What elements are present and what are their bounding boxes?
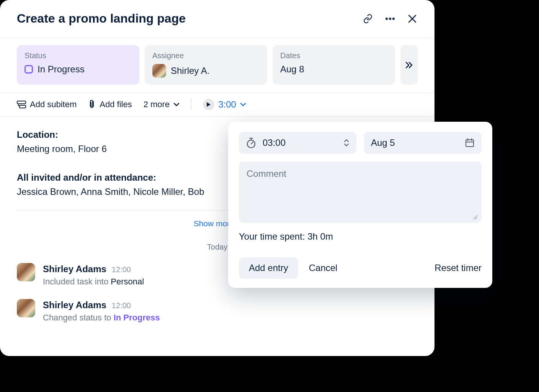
add-entry-button[interactable]: Add entry — [239, 257, 298, 279]
assignee-field[interactable]: Assignee Shirley A. — [145, 45, 267, 85]
activity-user: Shirley Adams — [43, 264, 106, 274]
add-files-label: Add files — [100, 100, 132, 109]
status-color-icon — [24, 65, 33, 74]
svg-rect-12 — [466, 140, 474, 147]
popover-actions: Add entry Cancel Reset timer — [239, 257, 482, 279]
assignee-label: Assignee — [152, 51, 260, 60]
status-label: Status — [24, 51, 132, 60]
avatar — [152, 64, 166, 78]
resize-handle-icon[interactable] — [472, 214, 478, 220]
add-subitem-button[interactable]: Add subitem — [17, 100, 77, 109]
more-icon[interactable] — [385, 13, 395, 24]
activity-text: Included task into Personal — [43, 277, 144, 287]
timer-value[interactable]: 3:00 — [218, 99, 236, 110]
time-spent-summary: Your time spent: 3h 0m — [239, 231, 482, 242]
svg-rect-6 — [20, 105, 26, 108]
close-icon[interactable] — [407, 13, 418, 24]
header-actions — [363, 13, 418, 24]
today-label: Today — [207, 243, 227, 252]
dates-value: Aug 8 — [280, 64, 304, 75]
comment-input[interactable]: Comment — [239, 162, 482, 223]
add-subitem-label: Add subitem — [30, 100, 77, 109]
dates-field[interactable]: Dates Aug 8 — [273, 45, 395, 85]
avatar — [17, 263, 35, 281]
date-value: Aug 5 — [371, 137, 395, 148]
expand-fields-button[interactable] — [400, 45, 418, 85]
more-actions-button[interactable]: 2 more — [144, 100, 180, 109]
task-header: Create a promo landing page — [0, 0, 434, 37]
reset-timer-button[interactable]: Reset timer — [434, 263, 482, 273]
svg-point-1 — [389, 18, 391, 20]
dates-label: Dates — [280, 51, 387, 60]
svg-point-0 — [385, 18, 388, 20]
svg-marker-7 — [207, 102, 211, 107]
date-input[interactable]: Aug 5 — [364, 132, 482, 154]
duration-input[interactable]: 03:00 — [239, 132, 356, 154]
add-files-button[interactable]: Add files — [88, 100, 132, 109]
status-value: In Progress — [38, 64, 85, 75]
duration-value: 03:00 — [263, 137, 286, 148]
link-icon[interactable] — [363, 13, 373, 24]
activity-user: Shirley Adams — [43, 300, 106, 310]
avatar — [17, 299, 35, 317]
cancel-button[interactable]: Cancel — [309, 263, 338, 273]
activity-time: 12:00 — [112, 301, 131, 310]
comment-placeholder: Comment — [247, 168, 474, 179]
svg-point-2 — [392, 18, 395, 20]
assignee-value: Shirley A. — [171, 65, 209, 76]
task-title: Create a promo landing page — [17, 11, 363, 26]
actions-row: Add subitem Add files 2 more 3:00 — [0, 93, 434, 116]
activity-text: Changed status to In Progress — [43, 313, 160, 323]
timer-control[interactable]: 3:00 — [203, 99, 246, 110]
svg-line-16 — [473, 215, 477, 219]
calendar-icon — [465, 138, 475, 148]
more-count-label: 2 more — [144, 100, 170, 109]
fields-row: Status In Progress Assignee Shirley A. D… — [0, 38, 434, 92]
svg-rect-5 — [17, 101, 26, 104]
stopwatch-icon — [246, 137, 256, 149]
play-icon[interactable] — [203, 99, 214, 110]
svg-line-9 — [251, 142, 253, 144]
activity-time: 12:00 — [112, 265, 131, 274]
stepper-icon[interactable] — [343, 139, 350, 147]
divider — [191, 99, 191, 110]
activity-item: Shirley Adams 12:00 Changed status to In… — [17, 293, 418, 329]
status-field[interactable]: Status In Progress — [17, 45, 139, 85]
time-entry-popover: 03:00 Aug 5 Comment Your time s — [228, 122, 492, 288]
